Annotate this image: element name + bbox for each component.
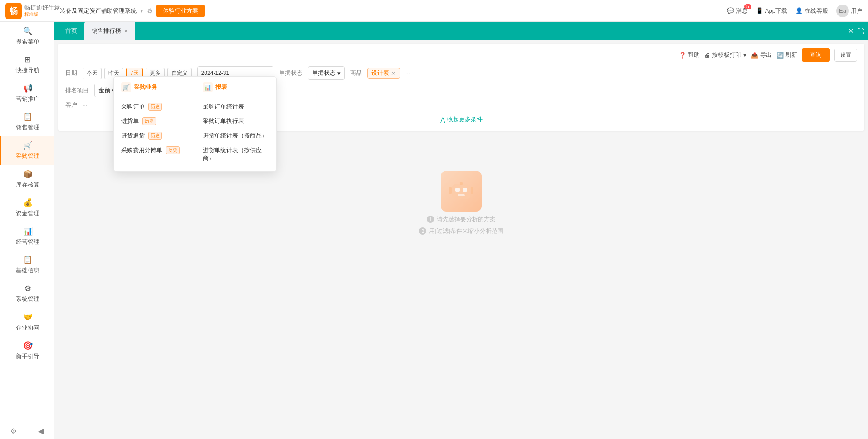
- dropdown-item-goods-receipt[interactable]: 进货单 历史: [121, 114, 188, 128]
- app-download-btn[interactable]: 📱 App下载: [756, 7, 787, 15]
- empty-robot-icon: [441, 171, 482, 212]
- sidebar-item-capital[interactable]: 💰 资金管理: [0, 193, 54, 222]
- goods-receipt-history: 历史: [142, 117, 156, 125]
- dropdown-item-goods-receipt-by-supplier[interactable]: 进货单统计表（按供应商）: [203, 143, 269, 166]
- title-gear-icon[interactable]: ⚙: [147, 7, 153, 15]
- settings-btn[interactable]: 设置: [834, 49, 857, 62]
- purchase-expense-label: 采购费用分摊单: [121, 146, 162, 154]
- customer-label: 客户: [65, 101, 77, 109]
- sidebar-item-inventory[interactable]: 📦 库存核算: [0, 165, 54, 193]
- purchase-order-stats-label: 采购订单统计表: [203, 103, 244, 111]
- sidebar-item-purchase-label: 采购管理: [16, 152, 39, 160]
- refresh-label: 刷新: [785, 51, 797, 59]
- basic-info-icon: 📋: [23, 255, 33, 265]
- logo-text: 畅捷通好生意 标准版: [24, 4, 60, 18]
- search-icon: 🔍: [23, 26, 33, 36]
- sidebar-item-operations[interactable]: 📊 经营管理: [0, 222, 54, 251]
- goods-tag-close[interactable]: ✕: [391, 70, 396, 77]
- sidebar-item-system[interactable]: ⚙ 系统管理: [0, 279, 54, 308]
- sidebar-settings-btn[interactable]: ⚙: [10, 427, 17, 435]
- tab-sales-ranking-label: 销售排行榜: [92, 27, 121, 35]
- purchase-col-icon: 🛒: [121, 82, 131, 92]
- tab-close-all-icon[interactable]: ✕: [848, 27, 854, 35]
- dropdown-item-purchase-order-stats[interactable]: 采购订单统计表: [203, 99, 269, 114]
- refresh-btn[interactable]: 🔄 刷新: [776, 51, 797, 59]
- goods-more-btn[interactable]: ···: [405, 70, 410, 77]
- dropdown-item-goods-return[interactable]: 进货退货 历史: [121, 128, 188, 143]
- sidebar-item-basic-info[interactable]: 📋 基础信息: [0, 251, 54, 279]
- messages-btn[interactable]: 💬 消息 5: [727, 7, 748, 15]
- print-btn[interactable]: 🖨 按模板打印 ▾: [704, 51, 746, 59]
- message-icon: 💬: [727, 7, 734, 14]
- date-label: 日期: [65, 69, 77, 77]
- sidebar-item-guide[interactable]: 🎯 新手引导: [0, 336, 54, 365]
- svg-rect-6: [471, 187, 473, 194]
- logo-line2: 标准版: [24, 11, 60, 17]
- customer-more-btn[interactable]: ···: [83, 102, 88, 109]
- main-layout: 🔍 搜索菜单 ⊞ 快捷导航 📢 营销推广 📋 销售管理 🛒 采购管理 📦 库存核…: [0, 22, 868, 439]
- robot-svg: [445, 175, 477, 207]
- time-btn-today[interactable]: 今天: [83, 68, 102, 79]
- sidebar-item-marketing[interactable]: 📢 营销推广: [0, 79, 54, 108]
- dropdown-item-purchase-expense[interactable]: 采购费用分摊单 历史: [121, 143, 188, 158]
- tab-home[interactable]: 首页: [58, 22, 84, 40]
- avatar-text: Ea: [839, 7, 846, 14]
- sidebar-item-cooperation[interactable]: 🤝 企业协同: [0, 308, 54, 336]
- cooperation-icon: 🤝: [23, 312, 33, 322]
- help-btn[interactable]: ❓ 帮助: [679, 51, 700, 59]
- rank-value: 金额: [98, 86, 110, 94]
- help-icon: ❓: [679, 52, 686, 59]
- quick-nav-icon: ⊞: [24, 55, 31, 64]
- online-service-label: 在线客服: [805, 7, 828, 15]
- toolbar-right: ❓ 帮助 🖨 按模板打印 ▾ 📤 导出 🔄: [679, 48, 857, 62]
- user-label: 用户: [851, 7, 863, 15]
- goods-label: 商品: [350, 69, 362, 77]
- industry-btn[interactable]: 体验行业方案: [156, 5, 205, 17]
- toolbar-row: ❓ 帮助 🖨 按模板打印 ▾ 📤 导出 🔄: [65, 48, 857, 62]
- logo-line1: 畅捷通好生意: [24, 4, 60, 12]
- doc-status-value: 单据状态: [312, 69, 336, 77]
- sidebar-item-guide-label: 新手引导: [16, 352, 39, 360]
- collapse-up-icon: ⋀: [440, 116, 445, 123]
- export-btn[interactable]: 📤 导出: [751, 51, 772, 59]
- online-service-btn[interactable]: 👤 在线客服: [795, 7, 828, 15]
- goods-receipt-by-supplier-label: 进货单统计表（按供应商）: [203, 146, 269, 163]
- tab-close-btn[interactable]: ✕: [124, 28, 128, 34]
- dropdown-item-goods-receipt-by-product[interactable]: 进货单统计表（按商品）: [203, 128, 269, 143]
- service-icon: 👤: [795, 7, 803, 14]
- purchase-order-history: 历史: [148, 103, 162, 111]
- tab-sales-ranking[interactable]: 销售排行榜 ✕: [84, 22, 135, 40]
- title-dropdown-arrow[interactable]: ▾: [140, 7, 143, 14]
- dropdown-menu: 🛒 采购业务 采购订单 历史 进货单 历史 进货退货: [113, 76, 277, 172]
- svg-rect-4: [460, 182, 463, 185]
- doc-status-select[interactable]: 单据状态 ▾: [308, 66, 345, 80]
- logo-icon: 畅: [5, 3, 22, 19]
- system-title-area: 装备及固定资产辅助管理系统 ▾ ⚙ 体验行业方案: [60, 5, 727, 17]
- avatar: Ea: [836, 5, 849, 17]
- sidebar-item-search[interactable]: 🔍 搜索菜单: [0, 22, 54, 50]
- svg-rect-0: [452, 184, 470, 199]
- inventory-icon: 📦: [23, 169, 33, 179]
- top-header: 畅 畅捷通好生意 标准版 装备及固定资产辅助管理系统 ▾ ⚙ 体验行业方案 💬 …: [0, 0, 868, 22]
- purchase-icon: 🛒: [23, 141, 33, 150]
- doc-status-arrow: ▾: [337, 70, 341, 77]
- sidebar-item-quick-nav-label: 快捷导航: [16, 66, 39, 74]
- dropdown-item-purchase-order-exec[interactable]: 采购订单执行表: [203, 114, 269, 128]
- purchase-order-label: 采购订单: [121, 103, 145, 111]
- user-menu-btn[interactable]: Ea 用户: [836, 5, 863, 17]
- svg-rect-5: [449, 187, 452, 194]
- goods-tag: 设计素 ✕: [367, 68, 400, 79]
- sidebar-item-system-label: 系统管理: [16, 295, 39, 303]
- step1-circle: 1: [427, 216, 434, 223]
- dropdown-item-purchase-order[interactable]: 采购订单 历史: [121, 99, 188, 114]
- sidebar-collapse-btn[interactable]: ◀: [38, 427, 44, 435]
- tab-bar: 首页 销售排行榜 ✕ ✕ ⛶: [54, 22, 868, 40]
- sidebar-item-purchase[interactable]: 🛒 采购管理: [0, 136, 54, 165]
- marketing-icon: 📢: [23, 84, 33, 93]
- query-btn[interactable]: 查询: [802, 48, 830, 62]
- sidebar-item-sales[interactable]: 📋 销售管理: [0, 108, 54, 136]
- empty-step2: 2 用[过滤]条件来缩小分析范围: [419, 227, 503, 235]
- tab-expand-icon[interactable]: ⛶: [858, 27, 864, 35]
- sidebar-item-quick-nav[interactable]: ⊞ 快捷导航: [0, 50, 54, 79]
- purchase-expense-history: 历史: [166, 146, 180, 154]
